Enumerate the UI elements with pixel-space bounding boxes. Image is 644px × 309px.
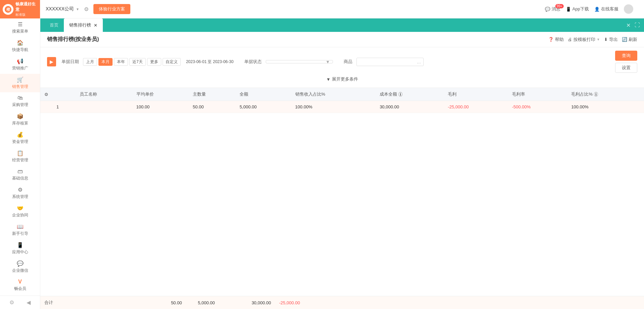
td-gross-profit: -25,000.00 (444, 101, 508, 113)
purchase-icon: 🛍 (17, 95, 23, 101)
more-conditions-button[interactable]: ▼ 展开更多条件 (326, 74, 358, 84)
th-gross-profit: 毛利 (444, 88, 508, 101)
footer-cost-amount-val: 30,000.00 (248, 300, 275, 305)
date-btn-this-year[interactable]: 本年 (114, 58, 128, 66)
sidebar-item-vip[interactable]: V 畅会员 (0, 276, 40, 294)
trial-button[interactable]: 体验行业方案 (93, 4, 130, 14)
avatar[interactable] (624, 4, 633, 14)
sidebar-item-label: 企业微信 (12, 268, 28, 273)
date-btn-last-month[interactable]: 上月 (83, 58, 97, 66)
sidebar-item-label: 采购管理 (12, 102, 28, 108)
sidebar-item-operations[interactable]: 📋 经营管理 (0, 147, 40, 166)
sidebar-item-purchase[interactable]: 🛍 采购管理 (0, 92, 40, 110)
message-button[interactable]: 💬 消息 99+ (545, 6, 560, 12)
goods-input[interactable] (356, 58, 424, 66)
help-label: 帮助 (555, 37, 564, 43)
th-cost-amount: 成本全额 ℹ (376, 88, 444, 101)
settings-button[interactable]: 设置 (615, 63, 637, 73)
td-sales-pct: 100.00% (291, 101, 376, 113)
main-content: XXXXXX公司 ▼ ⚙ 体验行业方案 💬 消息 99+ 📱 App下载 👤 在… (40, 0, 644, 309)
cost-info-icon[interactable]: ℹ (398, 92, 402, 97)
sidebar-item-sales[interactable]: 🛒 销售管理 (0, 74, 40, 92)
template-print-label: 按模板打印 (573, 37, 595, 43)
sidebar-item-label: 资金管理 (12, 139, 28, 145)
online-service-button[interactable]: 👤 在线客服 (594, 6, 618, 12)
close-all-icon[interactable]: ✕ (626, 22, 631, 29)
th-employee: 员工名称 (76, 88, 132, 101)
sidebar-settings-icon[interactable]: ⚙ (9, 299, 14, 306)
message-icon: 💬 (545, 7, 550, 12)
sidebar-item-label: 新手引导 (12, 231, 28, 237)
td-gross-pct: 100.00% (567, 101, 644, 113)
sidebar-item-label: 销售管理 (12, 84, 28, 90)
sidebar-item-search-order[interactable]: ☰ 搜索菜单 (0, 18, 40, 37)
app-download-button[interactable]: 📱 App下载 (566, 6, 589, 12)
sidebar-item-label: 搜索菜单 (12, 29, 28, 34)
td-main-qty: 50.00 (189, 101, 236, 113)
template-print-button[interactable]: 🖨 按模板打印 ▼ (568, 37, 600, 43)
content-area: 销售排行榜(按业务员) ❓ 帮助 🖨 按模板打印 ▼ ⬇ 导出 🔄 刷新 (40, 32, 644, 309)
sidebar-item-basic-info[interactable]: 🗃 基础信息 (0, 166, 40, 184)
search-order-icon: ☰ (18, 21, 23, 28)
logo-line1: 畅康通好生意 (15, 2, 37, 12)
tab-sales-rank[interactable]: 销售排行榜 ✕ (64, 18, 103, 32)
svg-text:橙: 橙 (6, 7, 10, 11)
export-button[interactable]: ⬇ 导出 (604, 37, 618, 43)
gross-pct-info-icon[interactable]: ℹ (594, 92, 598, 97)
sidebar-bottom: ⚙ ◀ (0, 296, 40, 309)
td-empty (40, 101, 52, 113)
help-icon: ❓ (548, 37, 554, 42)
tab-home-label: 首页 (50, 22, 58, 28)
th-gross-pct: 毛利占比% ℹ (567, 88, 644, 101)
sidebar-item-quick-nav[interactable]: 🏠 快捷导航 (0, 37, 40, 55)
basic-info-icon: 🗃 (17, 168, 23, 174)
tab-close-icon[interactable]: ✕ (94, 23, 97, 28)
sidebar-item-label: 基础信息 (12, 175, 28, 181)
export-icon: ⬇ (604, 37, 608, 42)
status-select[interactable]: ▼ (266, 60, 333, 63)
sidebar-item-enterprise-wechat[interactable]: 💬 企业微信 (0, 258, 40, 276)
logo-icon: 橙 (3, 4, 13, 15)
td-rank: 1 (52, 101, 76, 113)
sidebar-item-system[interactable]: ⚙ 系统管理 (0, 184, 40, 202)
sidebar-item-guide[interactable]: 📖 新手引导 (0, 221, 40, 239)
page-header: 销售排行榜(按业务员) ❓ 帮助 🖨 按模板打印 ▼ ⬇ 导出 🔄 刷新 (40, 32, 644, 47)
guide-icon: 📖 (17, 223, 24, 230)
date-btn-this-month[interactable]: 本月 (98, 58, 113, 66)
company-selector[interactable]: XXXXXX公司 ▼ (46, 6, 79, 12)
date-btn-custom[interactable]: 自定义 (163, 58, 181, 66)
status-select-box[interactable]: ▼ (266, 60, 333, 63)
th-settings[interactable]: ⚙ (40, 88, 52, 101)
date-btn-7days[interactable]: 近7天 (129, 58, 146, 66)
sidebar-item-app-center[interactable]: 📱 应用中心 (0, 239, 40, 258)
inventory-icon: 📦 (17, 113, 24, 119)
sidebar-item-finance[interactable]: 💰 资金管理 (0, 129, 40, 147)
footer-spacer (221, 300, 248, 305)
topbar-settings-icon[interactable]: ⚙ (84, 6, 89, 12)
sidebar-item-marketing[interactable]: 📢 营销推广 (0, 55, 40, 74)
print-arrow-icon: ▼ (597, 38, 600, 41)
help-button[interactable]: ❓ 帮助 (548, 37, 564, 43)
table-row: 1 100.00 50.00 5,000.00 100.00% 30,000.0… (40, 101, 644, 113)
expand-filter-icon[interactable]: ▶ (47, 57, 56, 66)
refresh-button[interactable]: 🔄 刷新 (622, 37, 637, 43)
th-sales-pct: 销售收入占比% (291, 88, 376, 101)
th-main-qty: 主数量 (189, 88, 236, 101)
tabbar-right: ✕ ⛶ (626, 22, 640, 29)
footer-gross-profit-val: -25,000.00 (275, 300, 304, 305)
tab-home[interactable]: 首页 (44, 18, 64, 32)
date-btn-more[interactable]: 更多 (147, 58, 161, 66)
home-icon: 🏠 (17, 40, 24, 46)
company-name: XXXXXX公司 (46, 6, 74, 12)
export-label: 导出 (609, 37, 618, 43)
fullscreen-icon[interactable]: ⛶ (635, 22, 640, 28)
query-button[interactable]: 查询 (615, 51, 637, 61)
message-badge: 99+ (555, 4, 564, 8)
sidebar-item-label: 畅会员 (14, 286, 26, 292)
topbar-right: 💬 消息 99+ 📱 App下载 👤 在线客服 (545, 4, 639, 14)
sidebar-item-enterprise-collab[interactable]: 🤝 企业协同 (0, 202, 40, 221)
sidebar-item-inventory[interactable]: 📦 库存核算 (0, 110, 40, 129)
footer-main-qty (112, 300, 167, 305)
sidebar-collapse-icon[interactable]: ◀ (27, 299, 31, 306)
logo: 橙 畅康通好生意 标准版 (0, 0, 40, 18)
